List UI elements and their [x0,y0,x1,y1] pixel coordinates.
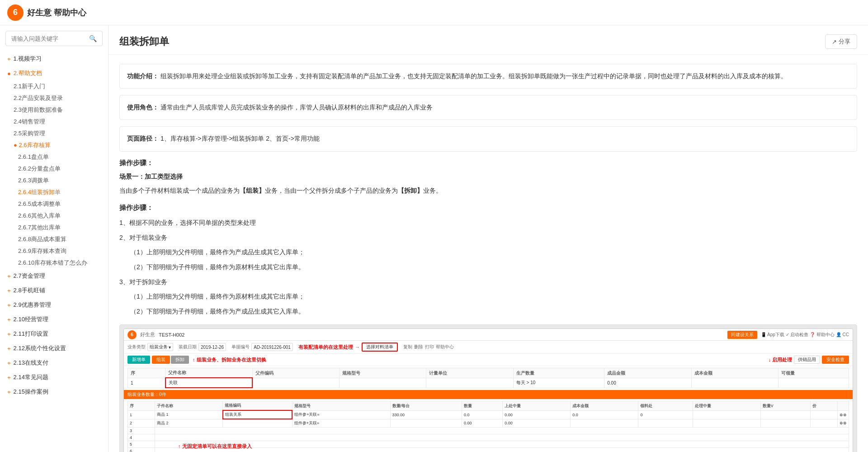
mock-toolbar-row: 新增单 组装 拆卸 ↑ 组装业务、拆卸业务在这里切换 [124,354,853,366]
sidebar-item-case-label: 2.15操作案例 [14,388,48,396]
sidebar-item-sales[interactable]: 2.4销售管理 [0,116,108,128]
share-icon: ↗ [832,38,837,45]
mock-new-doc-btn[interactable]: 新增单 [127,356,150,364]
sidebar-item-stock-cost[interactable]: 2.6.5成本调整单 [0,198,108,210]
mock-child-cell-action-2[interactable]: ⊕⊗ [838,419,849,427]
mock-help-btn[interactable]: 帮助中心 [436,344,454,350]
search-input[interactable] [11,35,89,42]
mock-copy-btn[interactable]: 复制 [403,344,412,350]
mock-col-parent-code: 父件编码 [252,368,339,378]
mock-parent-table: 序 父件名称 父件编码 规格型号 计量单位 生产数量 成品金额 成本金额 可领量 [127,368,849,388]
scenario1-desc-text: 当由多个子件材料组装成一个成品的业务为【组装】业务，当由一个父件拆分成多个子产品… [119,185,857,197]
mock-col-parent-name: 父件名称 [165,368,252,378]
role-text: 通常由生产人员或库管人员完成拆装业务的操作，库管人员确认原材料的出库和产成品的入… [160,104,433,111]
sidebar-item-finance[interactable]: + 2.7资金管理 [0,269,108,283]
mock-child-cell-proc-1: 0.00 [503,410,571,419]
sidebar-item-coupon[interactable]: + 2.9优惠券管理 [0,298,108,312]
sidebar-item-print[interactable]: + 2.11打印设置 [0,327,108,341]
sidebar-item-custom[interactable]: + 2.12系统个性化设置 [0,341,108,356]
sidebar-item-stock-assemble[interactable]: 2.6.4组装拆卸单 [0,186,108,198]
mock-select-bom-btn[interactable]: 选择对料清单 [362,343,398,352]
annotation2-text: ↑ 组装业务、拆卸业务在这里切换 [193,357,266,362]
mock-print-btn[interactable]: 打印 [425,344,434,350]
mock-child-cell-action-1[interactable]: ⊕⊗ [838,410,849,419]
mock-type-input[interactable]: 组装业务 ▾ [147,343,173,351]
share-button[interactable]: ↗ 分享 [825,34,857,49]
sidebar-item-coupon-label: 2.9优惠券管理 [14,301,51,309]
search-box[interactable]: 🔍 [5,31,103,46]
mock-cell-available [778,378,849,388]
sidebar-item-new[interactable]: 2.1新手入门 [0,81,108,92]
mock-annotation1-area: 有装配清单的在这里处理 → 选择对料清单 复制 删除 打印 帮助中心 [298,343,849,352]
sidebar-item-stock-adj[interactable]: 2.6.3调拨单 [0,175,108,186]
mock-test-title: TEST-H002 [159,332,184,338]
sidebar-item-stock-out[interactable]: 2.6.7其他出库单 [0,222,108,233]
mock-disassemble-btn[interactable]: 拆卸 [171,356,189,364]
sidebar-item-custom-label: 2.12系统个性化设置 [14,344,66,352]
step1: 1、根据不同的业务，选择不同单据的类型来处理 [119,217,857,229]
sidebar-item-case[interactable]: + 2.15操作案例 [0,385,108,399]
mock-col-prod-qty: 生产数量 [513,368,604,378]
sidebar-item-stock[interactable]: ● 2.6库存核算 [0,139,108,151]
mock-child-cell-pick-2 [638,419,693,427]
mock-col-available: 可领量 [778,368,849,378]
path-block: 页面路径： 1、库存核算->库存管理->组装拆卸单 2、首页->常用功能 [119,126,857,151]
minus-icon: ● [7,70,11,77]
plus-icon: + [7,56,11,62]
mock-cell-parent-code [252,378,339,388]
intro-label: 功能介绍： [127,72,159,80]
mock-child-cell-seq-1: 1 [128,410,155,419]
mock-type-label: 业务类型 [127,344,146,350]
mock-child-cell-qty-1: 0.0 [462,410,503,419]
sidebar-item-purchase[interactable]: 2.5采购管理 [0,128,108,139]
mock-child-col-pick: 领料处 [638,401,693,411]
mock-child-col-proc: 上处中量 [503,401,571,411]
sidebar-item-stock-cost2[interactable]: 2.6.8商品成本重算 [0,233,108,245]
mock-child-cell-qtyv-2 [760,419,810,427]
step2-2: （2）下部明细为子件明细，最终作为原材料生成其它出库单。 [130,261,857,273]
sidebar-item-stock-err[interactable]: 2.6.10库存账本错了怎么办 [0,257,108,269]
sidebar-item-payment[interactable]: + 2.13在线支付 [0,356,108,370]
sidebar-item-mobile[interactable]: + 2.8手机旺铺 [0,283,108,298]
mock-num-label: 单据编号 [231,344,250,350]
sidebar-item-faq[interactable]: + 2.14常见问题 [0,370,108,385]
sidebar-item-video[interactable]: + 1.视频学习 [0,52,108,66]
mock-child-cell-qtyunit-2 [390,419,462,427]
sidebar-item-operation[interactable]: + 2.10经营管理 [0,312,108,327]
mock-type-value: 组装业务 [150,344,168,350]
path-label: 页面路径： [127,135,159,142]
sidebar-item-docs[interactable]: ● 2.帮助文档 [0,66,108,81]
mock-type-switch: 组装 拆卸 [152,356,189,364]
sidebar-item-stock-check[interactable]: 2.6.1盘点单 [0,151,108,163]
mock-form-bar: 业务类型 组装业务 ▾ 装载日期 2019-12-26 [124,341,853,354]
mock-child-col-price: 价 [810,401,837,411]
mock-delete-btn[interactable]: 删除 [414,344,423,350]
mock-logo-icon: 6 [127,330,137,339]
intro-block: 功能介绍： 组装拆卸单用来处理企业组装或拆卸等加工业务，支持有固定装配清单的产品… [119,64,857,89]
mock-num-input[interactable]: AD-20191226-001 [251,343,293,351]
mock-child-cell-proc2-1 [693,410,760,419]
mock-child-table-head: 序 子件名称 规格编码 规格型号 数量/每台 数量 上处中量 成本金额 领料处 [128,401,849,411]
mock-child-col-qty: 数量 [462,401,503,411]
mock-new-btn[interactable]: 同建设关系 [727,331,757,339]
mock-safety-btn[interactable]: 安全检查 [822,356,849,364]
mock-type-arrow: ▾ [169,345,171,350]
sidebar-item-data[interactable]: 2.3使用前数据准备 [0,104,108,116]
mock-assemble-btn[interactable]: 组装 [152,356,170,364]
mock-icons: 📱 App下载 ✓ 启动检查 ❓ 帮助中心 👤 CC [761,332,849,338]
sidebar-item-stock-dist[interactable]: 2.6.2分量盘点单 [0,163,108,175]
mock-interface: 6 好生意 TEST-H002 同建设关系 📱 App下载 ✓ 启动检查 ❓ 帮… [123,328,853,452]
mock-system-bar: 6 好生意 TEST-H002 同建设关系 📱 App下载 ✓ 启动检查 ❓ 帮… [124,329,853,341]
mock-cell-unit [426,378,513,388]
mock-child-col-qty-unit: 数量/每台 [390,401,462,411]
mock-action-icons: 复制 删除 打印 帮助中心 [403,344,454,350]
sidebar-item-stock-query[interactable]: 2.6.9库存账本查询 [0,245,108,257]
sidebar-item-stock-in[interactable]: 2.6.6其他入库单 [0,210,108,222]
sidebar-item-install[interactable]: 2.2产品安装及登录 [0,92,108,104]
mock-status-input[interactable]: 供销品用 [794,356,820,364]
mock-date-input[interactable]: 2019-12-26 [198,343,226,351]
mock-child-cell-seq-4: 4 [128,434,155,441]
mock-parent-table-body: 1 关联 每天 > 10 0.00 [128,378,849,388]
mock-date-field: 装载日期 2019-12-26 [179,343,226,351]
mock-col-unit: 计量单位 [426,368,513,378]
